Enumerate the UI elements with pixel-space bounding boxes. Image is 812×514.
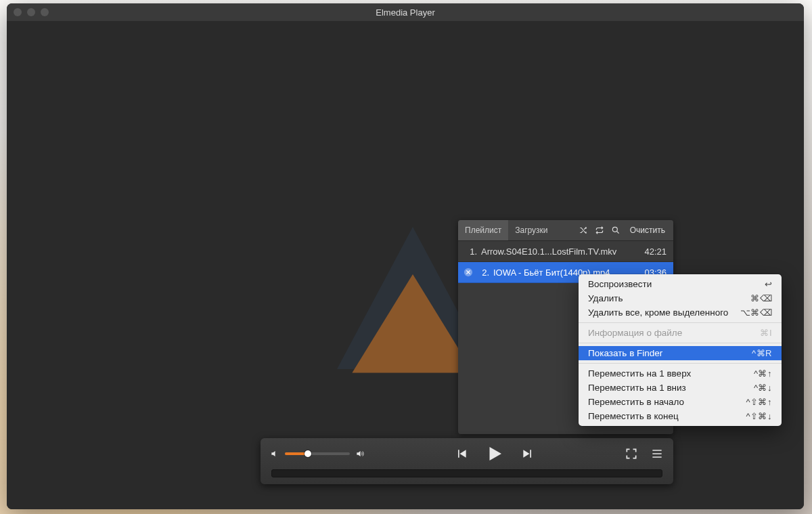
ctx-shortcut: ⌥⌘⌫ (740, 307, 773, 318)
video-area (7, 21, 804, 509)
control-bar (261, 438, 673, 484)
ctx-move-top[interactable]: Переместить в начало ^⇧⌘↑ (579, 395, 782, 409)
volume-control[interactable] (270, 449, 365, 458)
svg-point-2 (612, 227, 617, 232)
ctx-delete[interactable]: Удалить ⌘⌫ (579, 291, 782, 305)
ctx-shortcut: ⌘⌫ (750, 293, 772, 303)
ctx-label: Удалить все, кроме выделенного (588, 307, 740, 318)
next-track-button[interactable] (521, 447, 535, 461)
ctx-show-in-finder[interactable]: Показать в Finder ^⌘R (579, 346, 782, 360)
playlist-toggle-button[interactable] (650, 447, 664, 461)
ctx-delete-others[interactable]: Удалить все, кроме выделенного ⌥⌘⌫ (579, 305, 782, 320)
ctx-label: Переместить в конец (588, 411, 746, 421)
playlist-item-index: 2. (476, 267, 489, 278)
playlist-item[interactable]: 1. Arrow.S04E10.1...LostFilm.TV.mkv 42:2… (458, 241, 673, 262)
ctx-label: Показать в Finder (588, 348, 752, 358)
menu-separator (579, 363, 782, 364)
clear-playlist-button[interactable]: Очистить (627, 224, 668, 236)
playlist-header: Плейлист Загрузки Очистить (458, 220, 673, 241)
ctx-shortcut: ↩ (765, 279, 773, 289)
menu-separator (579, 322, 782, 323)
ctx-play[interactable]: Воспроизвести ↩ (579, 277, 782, 291)
context-menu: Воспроизвести ↩ Удалить ⌘⌫ Удалить все, … (579, 274, 782, 426)
ctx-move-bottom[interactable]: Переместить в конец ^⇧⌘↓ (579, 409, 782, 423)
window-title: Elmedia Player (7, 7, 804, 18)
playlist-item-index: 1. (464, 247, 477, 257)
ctx-label: Воспроизвести (588, 279, 765, 289)
ctx-move-down[interactable]: Переместить на 1 вниз ^⌘↓ (579, 381, 782, 395)
shuffle-icon[interactable] (579, 226, 588, 235)
ctx-label: Удалить (588, 293, 750, 303)
ctx-move-up[interactable]: Переместить на 1 вверх ^⌘↑ (579, 366, 782, 381)
titlebar: Elmedia Player (7, 3, 804, 21)
ctx-shortcut: ^⇧⌘↓ (746, 411, 772, 421)
ctx-shortcut: ^⌘↑ (754, 368, 772, 379)
zoom-window-icon[interactable] (41, 8, 49, 16)
app-window: Elmedia Player Плейлист Загрузки (7, 3, 804, 509)
search-icon[interactable] (611, 226, 621, 235)
volume-low-icon[interactable] (270, 449, 279, 458)
close-window-icon[interactable] (14, 8, 22, 16)
ctx-label: Информация о файле (588, 328, 760, 338)
remove-item-icon[interactable] (464, 267, 473, 277)
ctx-shortcut: ^⌘R (752, 348, 772, 358)
traffic-lights[interactable] (14, 8, 49, 16)
ctx-label: Переместить на 1 вниз (588, 383, 754, 393)
fullscreen-button[interactable] (625, 447, 638, 461)
menu-separator (579, 343, 782, 343)
progress-bar[interactable] (271, 469, 662, 477)
ctx-file-info: Информация о файле ⌘I (579, 326, 782, 340)
ctx-shortcut: ^⇧⌘↑ (746, 397, 772, 407)
ctx-shortcut: ^⌘↓ (754, 383, 772, 393)
playlist-item-title: Arrow.S04E10.1...LostFilm.TV.mkv (481, 247, 637, 257)
minimize-window-icon[interactable] (27, 8, 35, 16)
volume-high-icon[interactable] (355, 449, 365, 458)
volume-slider[interactable] (285, 452, 350, 455)
svg-marker-1 (352, 274, 473, 373)
playlist-item-duration: 42:21 (644, 247, 667, 257)
tab-playlist[interactable]: Плейлист (458, 220, 508, 240)
play-button[interactable] (484, 444, 505, 464)
previous-track-button[interactable] (455, 447, 468, 461)
repeat-icon[interactable] (595, 226, 604, 235)
ctx-label: Переместить в начало (588, 397, 746, 407)
tab-downloads[interactable]: Загрузки (508, 220, 554, 240)
ctx-shortcut: ⌘I (760, 328, 772, 338)
ctx-label: Переместить на 1 вверх (588, 368, 754, 379)
